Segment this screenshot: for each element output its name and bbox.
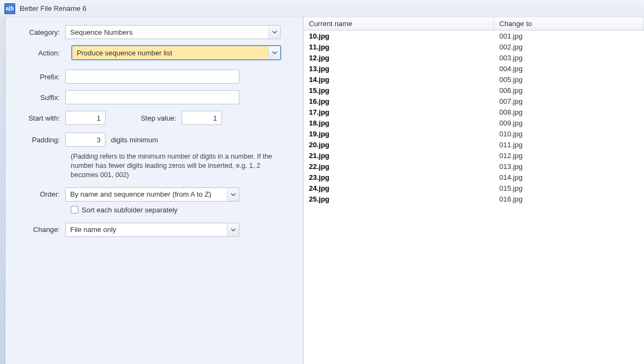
- padding-hint: (Padding refers to the minimum number of…: [71, 152, 288, 180]
- table-row[interactable]: 17.jpg008.jpg: [304, 106, 644, 117]
- cell-current-name: 21.jpg: [304, 152, 494, 160]
- chevron-down-icon: [227, 188, 239, 201]
- cell-current-name: 20.jpg: [304, 141, 494, 149]
- cell-current-name: 15.jpg: [304, 86, 494, 95]
- cell-change-to: 006.jpg: [494, 86, 644, 95]
- action-label: Action:: [16, 49, 65, 57]
- cell-current-name: 23.jpg: [304, 173, 494, 181]
- cell-current-name: 25.jpg: [304, 195, 494, 203]
- cell-current-name: 18.jpg: [304, 119, 494, 127]
- cell-change-to: 004.jpg: [494, 65, 644, 73]
- step-value-label: Step value:: [106, 114, 182, 122]
- sidebar-strip: [0, 17, 5, 364]
- table-row[interactable]: 16.jpg007.jpg: [304, 96, 644, 106]
- category-select-value: Sequence Numbers: [70, 28, 133, 36]
- cell-change-to: 012.jpg: [494, 152, 644, 160]
- table-row[interactable]: 24.jpg015.jpg: [304, 183, 644, 193]
- change-select[interactable]: File name only: [65, 223, 239, 237]
- app-icon: a|b: [4, 3, 15, 14]
- table-row[interactable]: 22.jpg013.jpg: [304, 161, 644, 172]
- cell-change-to: 009.jpg: [494, 119, 644, 127]
- action-select[interactable]: Produce sequence number list: [72, 46, 281, 60]
- cell-change-to: 014.jpg: [494, 173, 644, 181]
- cell-current-name: 17.jpg: [304, 108, 494, 116]
- cell-change-to: 001.jpg: [494, 32, 644, 40]
- titlebar: a|b Better File Rename 6: [0, 0, 644, 17]
- table-body: 10.jpg001.jpg11.jpg002.jpg12.jpg003.jpg1…: [304, 30, 644, 364]
- cell-current-name: 11.jpg: [304, 43, 494, 51]
- cell-current-name: 16.jpg: [304, 97, 494, 105]
- cell-current-name: 22.jpg: [304, 162, 494, 171]
- table-row[interactable]: 20.jpg011.jpg: [304, 139, 644, 150]
- change-select-value: File name only: [70, 225, 116, 234]
- cell-current-name: 10.jpg: [304, 32, 494, 40]
- order-select-value: By name and sequence number (from A to Z…: [70, 190, 211, 198]
- padding-label: Padding:: [16, 136, 65, 144]
- table-row[interactable]: 14.jpg005.jpg: [304, 74, 644, 85]
- table-row[interactable]: 12.jpg003.jpg: [304, 52, 644, 63]
- start-with-input[interactable]: [65, 111, 106, 125]
- cell-current-name: 12.jpg: [304, 54, 494, 62]
- cell-current-name: 14.jpg: [304, 76, 494, 84]
- padding-input[interactable]: [65, 133, 106, 147]
- table-row[interactable]: 21.jpg012.jpg: [304, 150, 644, 161]
- table-row[interactable]: 13.jpg004.jpg: [304, 63, 644, 74]
- table-row[interactable]: 23.jpg014.jpg: [304, 172, 644, 183]
- chevron-down-icon: [268, 26, 280, 39]
- window-title: Better File Rename 6: [20, 4, 86, 12]
- cell-change-to: 016.jpg: [494, 195, 644, 203]
- cell-change-to: 015.jpg: [494, 184, 644, 192]
- category-select[interactable]: Sequence Numbers: [65, 25, 281, 39]
- chevron-down-icon: [268, 46, 280, 59]
- settings-pane: Category: Sequence Numbers Action: Produ…: [5, 17, 304, 364]
- category-label: Category:: [16, 28, 65, 36]
- cell-change-to: 011.jpg: [494, 141, 644, 149]
- suffix-label: Suffix:: [16, 93, 65, 102]
- cell-current-name: 24.jpg: [304, 184, 494, 192]
- order-label: Order:: [16, 190, 65, 198]
- table-row[interactable]: 25.jpg016.jpg: [304, 193, 644, 204]
- sort-subfolders-checkbox[interactable]: [71, 206, 78, 214]
- table-row[interactable]: 11.jpg002.jpg: [304, 41, 644, 52]
- cell-change-to: 005.jpg: [494, 76, 644, 84]
- preview-pane: Current name Change to 10.jpg001.jpg11.j…: [304, 17, 644, 364]
- table-header: Current name Change to: [304, 17, 644, 30]
- chevron-down-icon: [227, 223, 239, 236]
- order-select[interactable]: By name and sequence number (from A to Z…: [65, 187, 239, 202]
- action-select-value: Produce sequence number list: [77, 49, 172, 57]
- cell-change-to: 010.jpg: [494, 130, 644, 138]
- digits-minimum-label: digits minimum: [111, 136, 158, 144]
- column-current-name[interactable]: Current name: [304, 17, 494, 30]
- table-row[interactable]: 10.jpg001.jpg: [304, 30, 644, 41]
- cell-change-to: 003.jpg: [494, 54, 644, 62]
- cell-change-to: 013.jpg: [494, 162, 644, 171]
- table-row[interactable]: 15.jpg006.jpg: [304, 85, 644, 96]
- cell-current-name: 19.jpg: [304, 130, 494, 138]
- cell-change-to: 007.jpg: [494, 97, 644, 105]
- cell-current-name: 13.jpg: [304, 65, 494, 73]
- table-row[interactable]: 19.jpg010.jpg: [304, 128, 644, 139]
- change-label: Change:: [16, 225, 65, 234]
- cell-change-to: 002.jpg: [494, 43, 644, 51]
- prefix-input[interactable]: [65, 70, 239, 84]
- suffix-input[interactable]: [65, 90, 239, 104]
- start-with-label: Start with:: [16, 114, 65, 122]
- prefix-label: Prefix:: [16, 73, 65, 81]
- sort-subfolders-label: Sort each subfolder separately: [82, 206, 177, 214]
- main: Category: Sequence Numbers Action: Produ…: [0, 17, 644, 364]
- step-value-input[interactable]: [182, 111, 222, 125]
- table-row[interactable]: 18.jpg009.jpg: [304, 117, 644, 128]
- cell-change-to: 008.jpg: [494, 108, 644, 116]
- column-change-to[interactable]: Change to: [494, 17, 644, 30]
